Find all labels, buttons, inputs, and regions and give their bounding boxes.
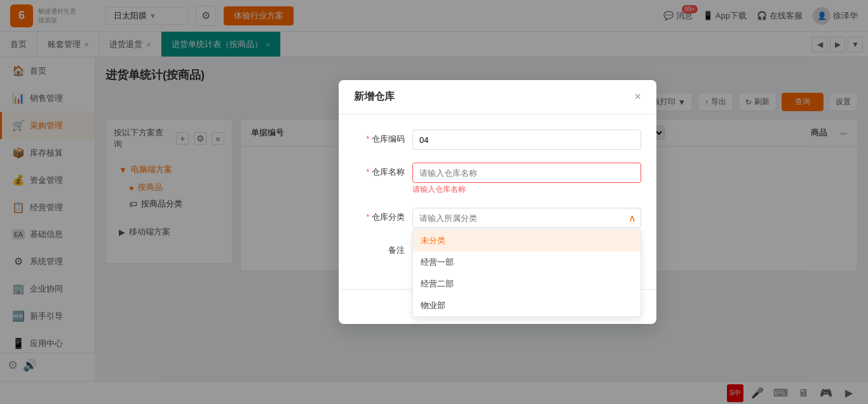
code-label-text: 仓库编码 (372, 134, 405, 144)
category-label-text: 仓库分类 (372, 212, 405, 222)
category-required-star: * (366, 212, 369, 222)
code-input[interactable] (412, 130, 641, 150)
dropdown-item-uncategorized[interactable]: 未分类 (413, 230, 641, 252)
name-input[interactable] (412, 163, 641, 183)
add-warehouse-modal: 新增仓库 × * 仓库编码 * 仓库名称 请输入仓库名称 (339, 80, 656, 324)
form-row-category: * 仓库分类 ∧ 未分类 经营一部 经营二部 物业部 (354, 208, 641, 228)
category-label: * 仓库分类 (354, 208, 405, 223)
note-label: 备注 (354, 241, 405, 256)
code-field (412, 130, 641, 150)
name-label-text: 仓库名称 (372, 167, 405, 177)
modal-title: 新增仓库 (354, 90, 395, 104)
dropdown-item-dept1[interactable]: 经营一部 (413, 252, 641, 273)
category-input[interactable] (412, 208, 641, 228)
name-required-star: * (366, 167, 369, 177)
dropdown-item-dept2[interactable]: 经营二部 (413, 273, 641, 295)
category-dropdown: 未分类 经营一部 经营二部 物业部 (412, 229, 641, 317)
name-field: 请输入仓库名称 (412, 163, 641, 195)
category-field: ∧ 未分类 经营一部 经营二部 物业部 (412, 208, 641, 228)
category-select-wrapper: ∧ (412, 208, 641, 228)
modal-body: * 仓库编码 * 仓库名称 请输入仓库名称 * 仓库分类 (339, 114, 656, 289)
form-row-name: * 仓库名称 请输入仓库名称 (354, 163, 641, 195)
name-label: * 仓库名称 (354, 163, 405, 178)
modal-close-button[interactable]: × (634, 90, 641, 104)
name-error-msg: 请输入仓库名称 (412, 184, 641, 195)
code-label: * 仓库编码 (354, 130, 405, 145)
required-star: * (366, 134, 369, 144)
form-row-code: * 仓库编码 (354, 130, 641, 150)
dropdown-item-dept3[interactable]: 物业部 (413, 295, 641, 316)
modal-header: 新增仓库 × (339, 80, 656, 114)
